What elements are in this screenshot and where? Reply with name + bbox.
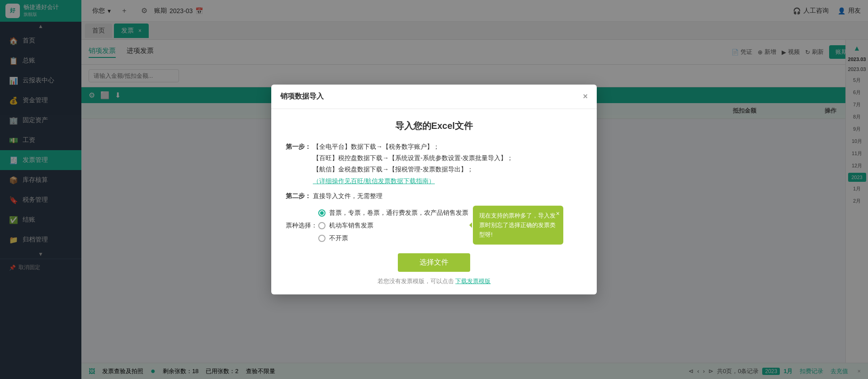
step1-label: 第一步：	[286, 141, 313, 187]
radio-options: 普票，专票，卷票，通行费发票，农产品销售发票 机动车销售发票 不开票 ×	[318, 209, 468, 242]
modal-title: 销项数据导入	[280, 92, 324, 101]
step2-content: 直接导入文件，无需整理	[313, 190, 582, 202]
radio-common-dot	[320, 211, 324, 215]
modal-close-button[interactable]: ×	[583, 92, 588, 101]
step1-content: 【全电平台】数据下载→【税务数字账户】； 【百旺】税控盘数据下载→【系统设置-系…	[313, 141, 582, 187]
step1-line2: 【百旺】税控盘数据下载→【系统设置-系统参数设置-发票批量导入】；	[313, 152, 582, 164]
step1-row: 第一步： 【全电平台】数据下载→【税务数字账户】； 【百旺】税控盘数据下载→【系…	[286, 141, 582, 187]
ticket-select-row: 票种选择： 普票，专票，卷票，通行费发票，农产品销售发票 机动车销售发票	[286, 209, 582, 242]
step2-row: 第二步： 直接导入文件，无需整理	[286, 190, 582, 202]
modal-footer: 若您没有发票模版，可以点击 下载发票模版	[286, 277, 582, 285]
radio-common-circle	[318, 209, 326, 217]
step2-label: 第二步：	[286, 190, 313, 202]
radio-motor[interactable]: 机动车销售发票	[318, 222, 468, 230]
modal-import-title: 导入您的Excel文件	[286, 120, 582, 132]
tooltip-text: 现在支持的票种多了，导入发票时别忘了选择正确的发票类型呀!	[479, 212, 556, 238]
radio-motor-circle	[318, 222, 326, 229]
radio-noticket[interactable]: 不开票	[318, 234, 468, 242]
radio-common[interactable]: 普票，专票，卷票，通行费发票，农产品销售发票	[318, 209, 468, 217]
import-modal: 销项数据导入 × 导入您的Excel文件 第一步： 【全电平台】数据下载→【税务…	[271, 85, 597, 294]
tooltip-bubble: × 现在支持的票种多了，导入发票时别忘了选择正确的发票类型呀!	[473, 206, 563, 245]
step1-line1: 【全电平台】数据下载→【税务数字账户】；	[313, 141, 582, 152]
radio-noticket-circle	[318, 235, 326, 242]
radio-noticket-label: 不开票	[329, 234, 348, 242]
step1-line3: 【航信】金税盘数据下载→【报税管理-发票数据导出】；	[313, 164, 582, 175]
tooltip-close-button[interactable]: ×	[556, 208, 560, 218]
step1-guide-link[interactable]: （详细操作见百旺/航信发票数据下载指南）	[313, 175, 582, 187]
modal-body: 导入您的Excel文件 第一步： 【全电平台】数据下载→【税务数字账户】； 【百…	[271, 109, 597, 294]
download-template-link[interactable]: 下载发票模版	[455, 278, 491, 284]
select-file-button[interactable]: 选择文件	[398, 253, 470, 272]
modal-header: 销项数据导入 ×	[271, 85, 597, 109]
radio-motor-label: 机动车销售发票	[329, 222, 373, 230]
footer-text: 若您没有发票模版，可以点击	[377, 278, 454, 284]
radio-common-label: 普票，专票，卷票，通行费发票，农产品销售发票	[329, 209, 468, 217]
ticket-label: 票种选择：	[286, 222, 318, 230]
